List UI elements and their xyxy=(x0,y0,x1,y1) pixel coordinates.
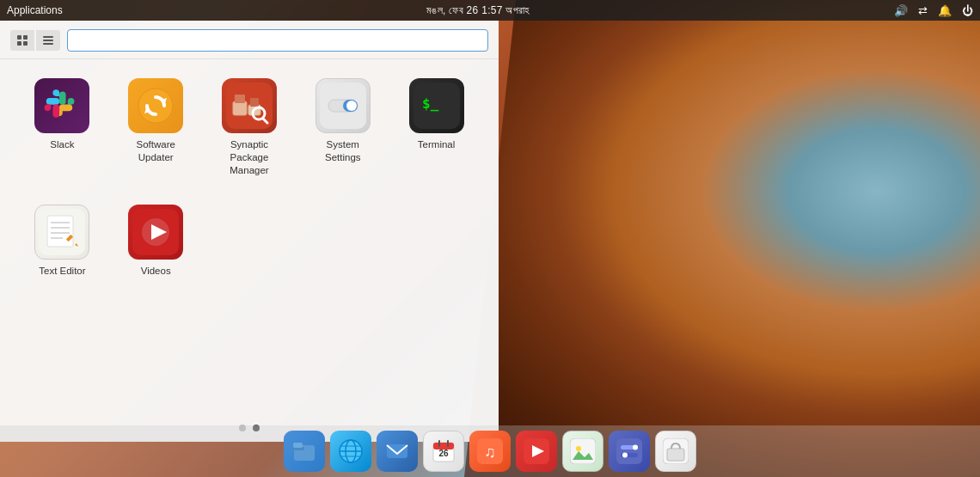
power-icon[interactable]: ⏻ xyxy=(962,4,973,17)
text-editor-label: Text Editor xyxy=(39,265,85,278)
dock-item-music[interactable]: ♫ xyxy=(469,431,511,472)
topbar-datetime: মঙল, ফেব 26 1:57 অপরাহ xyxy=(426,4,530,16)
topbar: Applications মঙল, ফেব 26 1:57 অপরাহ 🔊 ⇄ … xyxy=(0,0,980,21)
svg-rect-54 xyxy=(616,438,642,464)
videos-label: Videos xyxy=(141,265,171,278)
svg-text:$_: $_ xyxy=(422,95,439,112)
svg-rect-4 xyxy=(43,36,53,38)
synaptic-label: Synaptic Package Manager xyxy=(215,138,284,177)
dock-item-youtube[interactable] xyxy=(516,431,557,472)
svg-rect-41 xyxy=(387,444,407,458)
text-editor-icon xyxy=(34,205,89,260)
svg-text:26: 26 xyxy=(438,449,449,458)
app-item-system-settings[interactable]: System Settings xyxy=(297,73,388,182)
app-item-videos[interactable]: Videos xyxy=(111,199,201,283)
svg-rect-10 xyxy=(235,95,245,103)
topbar-right: 🔊 ⇄ 🔔 ⏻ xyxy=(894,4,973,17)
svg-point-56 xyxy=(633,445,638,450)
launcher-header xyxy=(0,21,499,59)
svg-rect-22 xyxy=(47,216,73,247)
svg-point-52 xyxy=(576,446,581,451)
grid-view-button[interactable] xyxy=(10,30,34,51)
list-view-button[interactable] xyxy=(36,30,60,51)
svg-rect-5 xyxy=(43,40,53,41)
dock-item-mail[interactable] xyxy=(377,431,418,472)
svg-rect-9 xyxy=(233,101,247,115)
network-icon[interactable]: ⇄ xyxy=(918,4,928,17)
svg-rect-51 xyxy=(570,438,596,464)
view-toggle xyxy=(10,30,60,51)
notification-icon[interactable]: 🔔 xyxy=(938,4,952,17)
system-settings-icon xyxy=(315,78,371,133)
dock-item-photos[interactable] xyxy=(562,431,603,472)
svg-rect-12 xyxy=(250,98,259,107)
app-item-slack[interactable]: Slack xyxy=(17,73,107,182)
svg-rect-1 xyxy=(23,35,28,40)
software-updater-label: Software Updater xyxy=(121,138,190,164)
svg-rect-2 xyxy=(17,41,21,46)
apps-grid-container: Slack Software Updater xyxy=(0,59,499,414)
launcher-panel: Slack Software Updater xyxy=(0,21,499,442)
system-settings-label: System Settings xyxy=(309,138,377,164)
svg-rect-0 xyxy=(17,35,21,40)
svg-text:♫: ♫ xyxy=(484,443,496,461)
apps-grid: Slack Software Updater xyxy=(17,73,481,283)
svg-point-18 xyxy=(346,101,357,111)
dock-item-browser[interactable] xyxy=(330,431,371,472)
dock-item-store[interactable] xyxy=(655,431,696,472)
dock-item-settings[interactable] xyxy=(609,431,650,472)
synaptic-icon xyxy=(222,78,277,133)
slack-icon xyxy=(34,78,89,133)
app-item-synaptic[interactable]: Synaptic Package Manager xyxy=(205,73,295,182)
topbar-left: Applications xyxy=(7,4,63,16)
svg-rect-3 xyxy=(23,41,28,46)
software-updater-icon xyxy=(128,78,183,133)
terminal-label: Terminal xyxy=(418,138,455,151)
search-input[interactable] xyxy=(67,29,488,52)
app-item-terminal[interactable]: $_ Terminal xyxy=(391,73,481,182)
svg-rect-6 xyxy=(43,43,53,45)
svg-rect-60 xyxy=(667,449,684,461)
volume-icon[interactable]: 🔊 xyxy=(894,4,908,17)
videos-icon xyxy=(128,205,183,260)
dock: 26 ♫ xyxy=(0,425,980,477)
app-item-software-updater[interactable]: Software Updater xyxy=(111,73,201,182)
terminal-icon: $_ xyxy=(409,78,464,133)
slack-label: Slack xyxy=(50,138,74,151)
svg-point-7 xyxy=(138,89,173,123)
wallpaper-overlay xyxy=(464,0,980,477)
dock-item-calendar[interactable]: 26 xyxy=(423,431,464,472)
svg-rect-34 xyxy=(293,443,303,448)
dock-item-files[interactable] xyxy=(284,431,325,472)
app-menu-label[interactable]: Applications xyxy=(7,4,63,16)
app-item-text-editor[interactable]: Text Editor xyxy=(17,199,107,283)
svg-point-58 xyxy=(622,453,628,458)
